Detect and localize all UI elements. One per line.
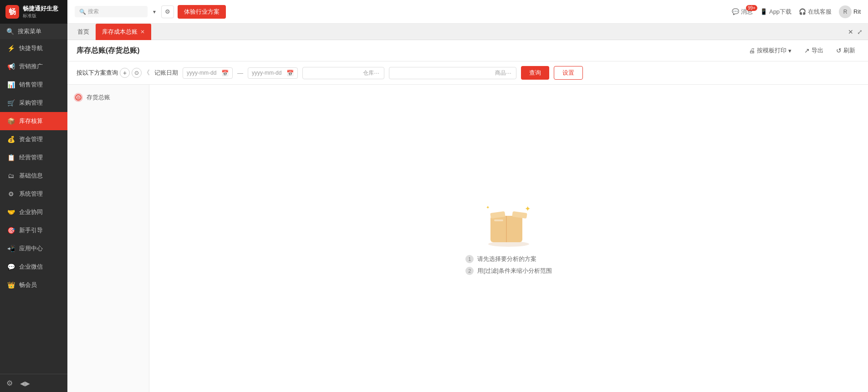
sidebar-item-app-center[interactable]: 📲 应用中心 (0, 239, 67, 258)
sidebar-item-label: 经营管理 (19, 153, 43, 162)
settings-link-button[interactable]: 设置 (554, 66, 583, 80)
panel-resize-button[interactable]: ⤢ (857, 28, 863, 36)
content-area: 库存总账(存货总账) 🖨 按模板打印 ▾ ↗ 导出 ↺ 刷新 (67, 40, 868, 392)
empty-tip-1: 1 请先选择要分析的方案 (465, 255, 551, 263)
sidebar-item-label: 应用中心 (19, 244, 43, 253)
topbar-dropdown-button[interactable]: ▾ (151, 7, 158, 17)
print-button[interactable]: 🖨 按模板打印 ▾ (745, 45, 795, 56)
footer-toggle-button[interactable]: ◀▶ (20, 380, 30, 387)
online-support-label: 在线客服 (808, 8, 832, 16)
sidebar-item-capital[interactable]: 💰 资金管理 (0, 130, 67, 148)
sidebar-item-label: 新手引导 (19, 226, 43, 234)
tip-text-1: 请先选择要分析的方案 (477, 255, 536, 263)
topbar-left: 🔍 搜索 ▾ ⚙ 体验行业方案 (75, 5, 226, 19)
sidebar-search[interactable]: 🔍 搜索菜单 (0, 24, 67, 39)
panel-close-button[interactable]: ✕ (848, 28, 853, 36)
user-avatar: R (839, 5, 852, 18)
sidebar-item-label: 基础信息 (19, 172, 43, 180)
scheme-item-inventory-ledger[interactable]: 存 存货总账 (67, 89, 149, 106)
sidebar-footer: ⚙ ◀▶ (0, 374, 67, 392)
page-header-actions: 🖨 按模板打印 ▾ ↗ 导出 ↺ 刷新 (745, 45, 859, 56)
sidebar-item-label: 系统管理 (19, 190, 43, 198)
message-button[interactable]: 💬 消息 99+ (732, 8, 753, 16)
sidebar-item-enterprise[interactable]: 🤝 企业协同 (0, 203, 67, 221)
filter-bar: 按以下方案查询 + ⊙ 《 记账日期 yyyy-mm-dd 📅 — yyyy-m… (67, 61, 868, 85)
app-logo-icon: 畅 (5, 5, 19, 19)
wechat-icon: 💬 (6, 262, 15, 271)
product-input[interactable]: 商品 ··· (389, 67, 516, 79)
sidebar-item-purchase[interactable]: 🛒 采购管理 (0, 94, 67, 112)
filter-scheme-button[interactable]: ⊙ (132, 68, 142, 78)
app-title: 畅捷通好生意 (23, 5, 58, 13)
topbar-settings-button[interactable]: ⚙ (161, 5, 174, 18)
tab-panel-controls: ✕ ⤢ (848, 28, 864, 36)
print-dropdown-icon[interactable]: ▾ (788, 47, 791, 54)
app-download-label: App下载 (769, 8, 791, 16)
marketing-icon: 📢 (6, 62, 15, 71)
tab-home[interactable]: 首页 (71, 24, 96, 40)
scheme-panel: 存 存货总账 (67, 85, 149, 392)
filter-add-button[interactable]: + (120, 68, 130, 78)
filter-scheme-section: 按以下方案查询 + ⊙ 《 (77, 68, 150, 78)
export-icon: ↗ (804, 47, 810, 54)
system-icon: ⚙ (6, 189, 15, 199)
sidebar-item-label: 快捷导航 (19, 44, 43, 52)
empty-illustration: ✦ ✦ (481, 202, 536, 248)
sidebar: 畅 畅捷通好生意 标准版 🔍 搜索菜单 ⚡ 快捷导航 📢 营销推广 📊 销售管理… (0, 0, 67, 392)
industry-solution-button[interactable]: 体验行业方案 (178, 5, 226, 19)
footer-settings-button[interactable]: ⚙ (6, 379, 13, 387)
product-more-icon: ··· (506, 69, 511, 76)
sidebar-item-operation[interactable]: 📋 经营管理 (0, 148, 67, 167)
date-end-placeholder: yyyy-mm-dd (252, 70, 281, 76)
warehouse-more-icon: ··· (374, 69, 379, 76)
export-button[interactable]: ↗ 导出 (801, 45, 827, 56)
filter-scheme-label: 按以下方案查询 (77, 69, 118, 77)
sidebar-item-guide[interactable]: 🎯 新手引导 (0, 221, 67, 239)
search-icon: 🔍 (6, 28, 14, 35)
sales-icon: 📊 (6, 80, 15, 89)
empty-state: ✦ ✦ 1 请先选择要分析的方案 2 用[过滤]条件来缩小分析范围 (465, 202, 551, 275)
sidebar-item-label: 畅会员 (19, 281, 37, 289)
basic-info-icon: 🗂 (6, 171, 15, 180)
user-profile[interactable]: R Rit (839, 5, 861, 18)
tab-inventory-ledger[interactable]: 库存成本总账 ✕ (96, 24, 151, 40)
svg-text:✦: ✦ (486, 205, 490, 210)
sidebar-item-marketing[interactable]: 📢 营销推广 (0, 57, 67, 76)
filter-collapse-button[interactable]: 《 (143, 69, 150, 77)
svg-text:存: 存 (77, 96, 80, 100)
sidebar-item-sales[interactable]: 📊 销售管理 (0, 76, 67, 94)
calendar-end-icon: 📅 (286, 70, 294, 76)
main-area: 🔍 搜索 ▾ ⚙ 体验行业方案 💬 消息 99+ 📱 App下载 🎧 在线客服 (67, 0, 868, 392)
warehouse-input[interactable]: 仓库 ··· (302, 67, 384, 79)
page-header: 库存总账(存货总账) 🖨 按模板打印 ▾ ↗ 导出 ↺ 刷新 (67, 40, 868, 61)
app-subtitle: 标准版 (23, 13, 58, 19)
page-title: 库存总账(存货总账) (77, 46, 140, 56)
online-support-button[interactable]: 🎧 在线客服 (799, 8, 832, 16)
phone-icon: 📱 (760, 8, 767, 15)
app-download-button[interactable]: 📱 App下载 (760, 8, 791, 16)
sidebar-item-system[interactable]: ⚙ 系统管理 (0, 185, 67, 203)
sidebar-item-quick-nav[interactable]: ⚡ 快捷导航 (0, 39, 67, 57)
svg-rect-6 (494, 219, 503, 221)
sidebar-item-label: 资金管理 (19, 135, 43, 143)
sidebar-item-label: 营销推广 (19, 62, 43, 71)
sidebar-item-wechat[interactable]: 💬 企业微信 (0, 258, 67, 276)
refresh-label: 刷新 (843, 46, 855, 55)
empty-tips: 1 请先选择要分析的方案 2 用[过滤]条件来缩小分析范围 (465, 255, 551, 275)
export-label: 导出 (812, 46, 823, 55)
refresh-button[interactable]: ↺ 刷新 (832, 45, 859, 56)
enterprise-icon: 🤝 (6, 208, 15, 217)
date-start-input[interactable]: yyyy-mm-dd 📅 (183, 67, 233, 79)
sidebar-item-member[interactable]: 👑 畅会员 (0, 276, 67, 294)
tab-close-button[interactable]: ✕ (140, 29, 145, 35)
query-button[interactable]: 查询 (521, 66, 549, 80)
topbar-search-box[interactable]: 🔍 搜索 (75, 6, 148, 17)
scheme-icon: 存 (74, 93, 83, 102)
sidebar-item-basic-info[interactable]: 🗂 基础信息 (0, 167, 67, 185)
sidebar-item-inventory[interactable]: 📦 库存核算 (0, 112, 67, 130)
print-icon: 🖨 (749, 47, 755, 54)
date-end-input[interactable]: yyyy-mm-dd 📅 (248, 67, 298, 79)
tip-num-2: 2 (465, 267, 474, 275)
message-badge: 99+ (746, 5, 757, 11)
app-logo-text: 畅捷通好生意 标准版 (23, 5, 58, 19)
